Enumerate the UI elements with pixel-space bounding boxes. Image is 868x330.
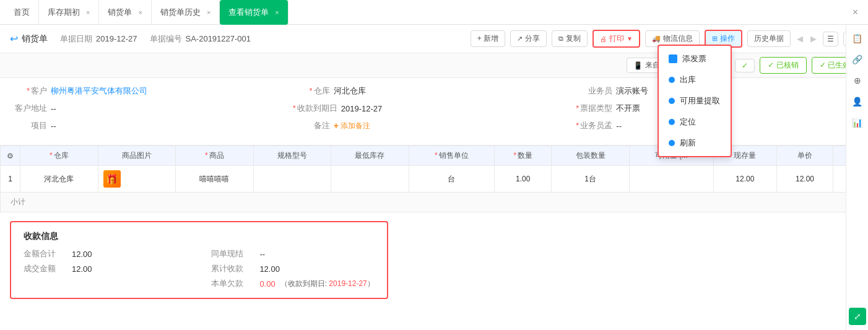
warehouse-label: 仓库 — [293, 85, 330, 97]
th-warehouse: 仓库 — [20, 146, 98, 166]
subtotal-label: 小计 — [1, 193, 868, 212]
quantity-icon — [669, 98, 675, 104]
print-button[interactable]: 🖨 打印 ▼ — [592, 30, 640, 48]
address-field: 客户地址 -- — [10, 103, 293, 114]
cell-quantity: 1.00 — [495, 166, 552, 193]
transaction-label: 成交金额 — [24, 263, 67, 274]
cell-pack-qty: 1台 — [552, 166, 630, 193]
doc-type-icon: ↩ — [10, 33, 18, 45]
tab-sales-order[interactable]: 销货单 × — [99, 0, 151, 25]
payment-date-field: 收款到期日 2019-12-27 — [293, 103, 576, 114]
th-min-stock: 最低库存 — [331, 146, 409, 166]
cumulative-label: 累计收款 — [211, 263, 254, 274]
payment-box: 收款信息 金额合计 12.00 同单现结 -- 成交金额 12.00 累计收款 … — [10, 221, 388, 299]
ticket-type-value: 不开票 — [616, 103, 640, 114]
dropdown-refresh[interactable]: 刷新 — [659, 132, 731, 154]
total-value: 12.00 — [72, 250, 92, 259]
history-button[interactable]: 历史单据 — [747, 30, 791, 47]
cell-unit-price: 12.00 — [777, 166, 833, 193]
close-history-tab[interactable]: × — [207, 9, 210, 16]
customer-value[interactable]: 柳州粤港平安气体有限公司 — [51, 85, 147, 97]
transaction-value: 12.00 — [72, 264, 92, 274]
close-inventory-tab[interactable]: × — [86, 9, 90, 16]
dropdown-locate[interactable]: 定位 — [659, 111, 731, 132]
add-button[interactable]: + 新增 — [471, 30, 505, 47]
sidebar-icon-3[interactable]: ⊕ — [849, 72, 866, 89]
cumulative-value: 12.00 — [259, 264, 280, 274]
warehouse-field: 仓库 河北仓库 — [293, 85, 576, 97]
tab-home[interactable]: 首页 — [5, 0, 39, 25]
payment-date-label: 收款到期日 — [293, 103, 337, 114]
cell-no: 1 — [1, 166, 20, 193]
share-button[interactable]: ↗ 分享 — [510, 30, 547, 47]
dropdown-add-invoice[interactable]: 添发票 — [659, 48, 731, 69]
sidebar-icon-expand[interactable]: ⤢ — [849, 308, 866, 325]
table-container: ⚙ 仓库 商品图片 商品 规格型号 最低库存 销售单位 数量 包装数量 可用量 … — [0, 145, 868, 212]
payment-date-value: 2019-12-27 — [341, 104, 383, 113]
th-settings[interactable]: ⚙ — [1, 146, 20, 166]
tab-sales-history[interactable]: 销货单历史 × — [152, 0, 220, 25]
cell-warehouse: 河北仓库 — [20, 166, 98, 193]
phone-icon: 📱 — [633, 61, 643, 70]
doc-header: ↩ 销货单 单据日期 2019-12-27 单据编号 SA-20191227-0… — [0, 25, 868, 53]
cell-sales-unit: 台 — [409, 166, 494, 193]
cumulative-row: 累计收款 12.00 — [211, 263, 374, 274]
th-product-img: 商品图片 — [98, 146, 176, 166]
tab-inventory-init[interactable]: 库存期初 × — [39, 0, 99, 25]
add-note-button[interactable]: + 添加备注 — [334, 121, 370, 131]
close-view-sales-tab[interactable]: × — [275, 9, 279, 16]
address-value: -- — [51, 104, 56, 113]
staff-label: 业务员 — [575, 85, 612, 97]
sidebar-icon-1[interactable]: 📋 — [849, 30, 866, 47]
th-unit-price: 单价 — [777, 146, 833, 166]
sidebar-icon-5[interactable]: 📊 — [849, 114, 866, 131]
sales-staff-label: 业务员孟 — [575, 120, 612, 131]
dropdown-quantity-extract[interactable]: 可用量提取 — [659, 90, 731, 111]
owe-value: 0.00 — [259, 279, 275, 289]
tab-bar: 首页 库存期初 × 销货单 × 销货单历史 × 查看销货单 × × — [0, 0, 868, 25]
doc-date-value: 2019-12-27 — [96, 34, 137, 43]
sidebar-icon-2[interactable]: 🔗 — [849, 51, 866, 68]
close-sales-tab[interactable]: × — [138, 9, 142, 16]
form-area: 客户 柳州粤港平安气体有限公司 仓库 河北仓库 业务员 演示账号 客户地址 --… — [0, 78, 868, 145]
cell-spec — [253, 166, 331, 193]
th-spec: 规格型号 — [253, 146, 331, 166]
th-quantity: 数量 — [495, 146, 552, 166]
total-row: 金额合计 12.00 — [24, 248, 186, 259]
total-label: 金额合计 — [24, 248, 67, 259]
doc-meta: 单据日期 2019-12-27 单据编号 SA-20191227-001 — [60, 33, 458, 45]
doc-number-value: SA-20191227-001 — [186, 34, 251, 43]
doc-type-label: 销货单 — [22, 33, 48, 45]
right-sidebar: 📋 🔗 ⊕ 👤 📊 ⤢ — [846, 25, 868, 330]
items-table: ⚙ 仓库 商品图片 商品 规格型号 最低库存 销售单位 数量 包装数量 可用量 … — [0, 145, 868, 212]
doc-title: ↩ 销货单 — [10, 33, 48, 45]
copy-button[interactable]: ⧉ 复制 — [552, 30, 588, 47]
window-close-button[interactable]: × — [848, 4, 863, 20]
payment-grid: 金额合计 12.00 同单现结 -- 成交金额 12.00 累计收款 12.00 — [24, 248, 375, 289]
sidebar-icon-4[interactable]: 👤 — [849, 93, 866, 110]
cell-min-stock — [331, 166, 409, 193]
same-settlement-value: -- — [259, 250, 265, 259]
sales-staff-value: -- — [616, 121, 622, 131]
main-content: ↩ 销货单 单据日期 2019-12-27 单据编号 SA-20191227-0… — [0, 25, 868, 330]
due-date: 2019-12-27 — [329, 279, 367, 288]
customer-field: 客户 柳州粤港平安气体有限公司 — [10, 85, 293, 97]
check-button[interactable]: ✓ — [735, 59, 755, 72]
payment-title: 收款信息 — [24, 231, 375, 242]
customer-label: 客户 — [10, 85, 47, 97]
note-label: 备注 — [293, 120, 330, 131]
doc-date-field: 单据日期 2019-12-27 — [60, 33, 137, 45]
list-view-button[interactable]: ☰ — [823, 32, 838, 46]
cell-product: 嘻嘻嘻嘻 — [176, 166, 254, 193]
cell-current-stock: 12.00 — [713, 166, 776, 193]
cell-available — [629, 166, 713, 193]
th-pack-qty: 包装数量 — [552, 146, 630, 166]
subtotal-row: 小计 — [1, 193, 868, 212]
dropdown-outbound[interactable]: 出库 — [659, 69, 731, 90]
outbound-icon — [669, 77, 675, 83]
tab-view-sales[interactable]: 查看销货单 × — [220, 0, 288, 25]
add-invoice-icon — [669, 54, 677, 63]
doc-number-field: 单据编号 SA-20191227-001 — [150, 33, 251, 45]
cell-product-img: 🎁 — [98, 166, 176, 193]
cancelled-button[interactable]: ✓ 已核销 — [760, 57, 806, 74]
